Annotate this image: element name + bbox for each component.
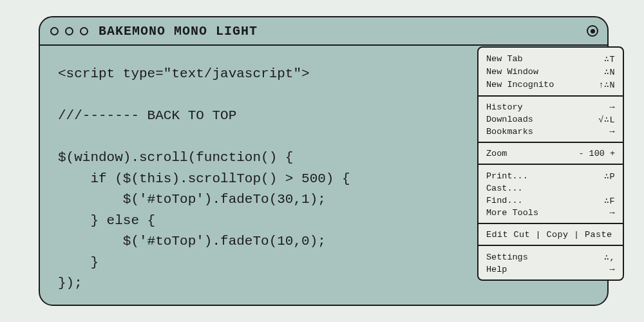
menu-item-shortcut: ∴N [604, 66, 615, 77]
menu-item-label: Help [486, 265, 507, 274]
menu-item-label: More Tools [486, 208, 538, 218]
menu-section: Zoom-100+ [478, 143, 623, 165]
menu-item-shortcut: → [609, 265, 615, 274]
menu-item[interactable]: Settings∴, [486, 251, 615, 263]
menu-item-shortcut: ∴, [604, 252, 615, 263]
zoom-minus[interactable]: - [578, 149, 583, 158]
window-controls [50, 27, 88, 35]
menu-item-label: New Incognito [486, 80, 554, 90]
menu-item[interactable]: Cast... [486, 182, 615, 194]
menu-item-label: Find... [486, 196, 523, 205]
window-dot-close[interactable] [50, 27, 59, 35]
menu-item-shortcut: → [609, 127, 615, 137]
window-title: BAKEMONO MONO LIGHT [99, 24, 258, 39]
titlebar: BAKEMONO MONO LIGHT [40, 17, 607, 46]
menu-section: New Tab∴TNew Window∴NNew Incognito↑∴N [478, 48, 623, 97]
menu-item-shortcut: → [609, 102, 615, 112]
menu-item[interactable]: New Tab∴T [486, 52, 615, 65]
window-dot-max[interactable] [80, 27, 88, 35]
menu-item-shortcut: √∴L [598, 114, 615, 125]
zoom-plus[interactable]: + [610, 149, 615, 158]
window-dot-min[interactable] [65, 27, 73, 35]
target-icon[interactable] [587, 25, 598, 37]
menu-item[interactable]: Downloads√∴L [486, 113, 615, 126]
menu-item-label: Bookmarks [486, 127, 533, 137]
context-menu: New Tab∴TNew Window∴NNew Incognito↑∴NHis… [477, 46, 624, 281]
menu-section: Edit Cut | Copy | Paste [478, 224, 623, 246]
zoom-controls: -100+ [578, 149, 615, 158]
menu-item[interactable]: History→ [486, 101, 615, 113]
menu-item-shortcut: → [609, 208, 615, 218]
menu-item-label: Cast... [486, 184, 523, 193]
menu-item-label: Downloads [486, 115, 533, 124]
menu-item-label: New Tab [486, 54, 523, 64]
menu-item[interactable]: Help→ [486, 263, 615, 275]
menu-item[interactable]: New Window∴N [486, 65, 615, 78]
menu-item[interactable]: Bookmarks→ [486, 126, 615, 137]
menu-item[interactable]: Print...∴P [486, 169, 615, 182]
menu-section: Print...∴PCast...Find...∴FMore Tools→ [478, 165, 623, 224]
zoom-label: Zoom [486, 149, 507, 158]
menu-item-shortcut: ∴P [604, 171, 615, 182]
menu-section: History→Downloads√∴LBookmarks→ [478, 97, 623, 143]
menu-item-shortcut: ∴T [604, 53, 615, 64]
menu-item-shortcut: ↑∴N [598, 79, 615, 90]
menu-item[interactable]: New Incognito↑∴N [486, 78, 615, 91]
menu-item-label: History [486, 102, 523, 112]
menu-item-label: Settings [486, 252, 528, 262]
menu-item-shortcut: ∴F [604, 195, 615, 206]
menu-edit-row[interactable]: Edit Cut | Copy | Paste [486, 229, 615, 240]
menu-item[interactable]: More Tools→ [486, 207, 615, 218]
menu-item[interactable]: Find...∴F [486, 194, 615, 207]
menu-section: Settings∴,Help→ [478, 246, 623, 279]
menu-item-label: New Window [486, 67, 538, 77]
zoom-value: 100 [589, 149, 605, 158]
menu-zoom: Zoom-100+ [486, 147, 615, 159]
menu-item-label: Print... [486, 171, 528, 181]
